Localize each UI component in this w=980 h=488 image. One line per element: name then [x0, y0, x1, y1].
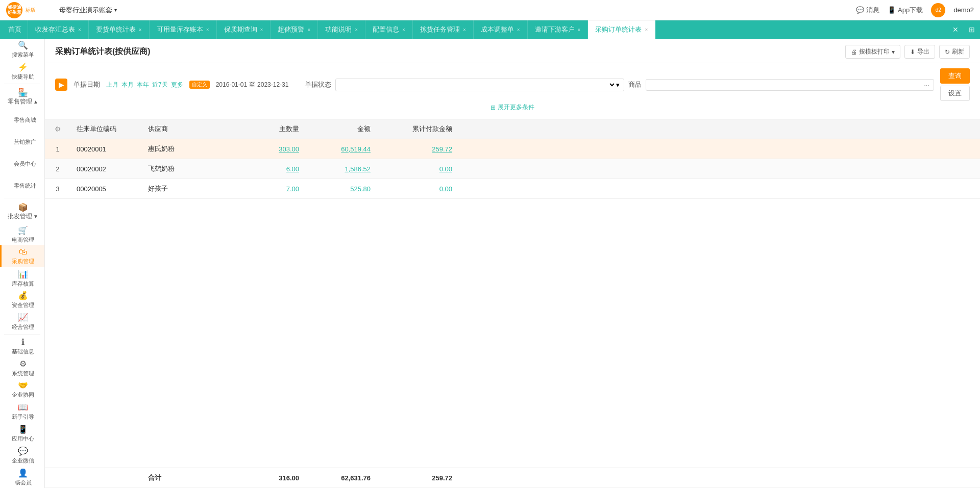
logo-text: 畅捷通好生意	[8, 5, 21, 15]
filter-row-1: ▶ 单据日期 上月 本月 本年 近7天 更多 自定义 2016-01-01 至 …	[55, 68, 970, 101]
close-icon[interactable]: ×	[260, 27, 263, 33]
cell-amount[interactable]: 1,586.52	[305, 159, 377, 179]
table-header: ⚙ 往来单位编码 供应商 主数量 金额 累计付款金额	[45, 119, 980, 139]
shortcut-more[interactable]: 更多	[171, 81, 183, 89]
cell-qty[interactable]: 303.00	[244, 139, 305, 159]
tab-baozhi[interactable]: 保质期查询 ×	[217, 20, 271, 39]
close-icon[interactable]: ×	[578, 27, 581, 33]
content-area: 采购订单统计表(按供应商) 🖨 按模板打印 ▾ ⬇ 导出 ↻ 刷新	[45, 39, 980, 488]
sidebar-item-collab[interactable]: 🤝 企业协同	[0, 379, 44, 401]
page-title: 采购订单统计表(按供应商)	[55, 46, 151, 57]
tab-gongneng[interactable]: 功能说明 ×	[318, 20, 365, 39]
goods-input-wrap[interactable]: ···	[646, 79, 934, 91]
close-icon[interactable]: ×	[307, 27, 310, 33]
chevron-down-icon: ▼	[33, 214, 38, 219]
goods-input[interactable]	[650, 81, 924, 89]
sidebar-item-wechat[interactable]: 💬 企业微信	[0, 444, 44, 466]
sidebar-item-appcenter[interactable]: 📱 应用中心	[0, 423, 44, 445]
tab-label: 可用量库存账本	[157, 25, 203, 34]
summary-row: 合计 316.00 62,631.76 259.72	[45, 468, 980, 488]
shortcut-this-month[interactable]: 本月	[121, 81, 134, 89]
tab-label: 超储预警	[278, 25, 304, 34]
sidebar-item-ecommerce[interactable]: 🛒 电商管理	[0, 224, 44, 246]
status-filter-label: 单据状态	[305, 80, 331, 89]
tab-caigou-active[interactable]: 采购订单统计表 ×	[588, 20, 655, 39]
query-button[interactable]: 查询	[940, 68, 970, 84]
cell-qty[interactable]: 6.00	[244, 159, 305, 179]
close-icon[interactable]: ×	[517, 27, 520, 33]
cell-paid[interactable]: 0.00	[377, 159, 458, 179]
sidebar-item-member[interactable]: 会员中心	[0, 153, 44, 175]
printer-icon: 🖨	[851, 48, 857, 56]
tab-yaoqing[interactable]: 邀请下游客户 ×	[528, 20, 589, 39]
close-icon[interactable]: ×	[463, 27, 466, 33]
sidebar-item-system[interactable]: ⚙ 系统管理	[0, 357, 44, 379]
summary-paid: 259.72	[377, 468, 458, 488]
tab-chaochu[interactable]: 超储预警 ×	[271, 20, 318, 39]
avatar[interactable]: d2	[931, 3, 945, 17]
cell-amount[interactable]: 525.80	[305, 179, 377, 199]
sidebar-item-retail-stats[interactable]: 零售统计	[0, 175, 44, 197]
status-select-wrap: ▾	[335, 79, 624, 91]
cell-qty[interactable]: 7.00	[244, 179, 305, 199]
inventory-icon: 📊	[18, 269, 28, 279]
username: demo2	[953, 6, 974, 14]
print-button[interactable]: 🖨 按模板打印 ▾	[845, 45, 900, 59]
cell-paid[interactable]: 0.00	[377, 179, 458, 199]
sidebar-item-purchase[interactable]: 🛍 采购管理	[0, 245, 44, 267]
message-button[interactable]: 💬 消息	[856, 6, 879, 15]
cell-amount[interactable]: 60,519.44	[305, 139, 377, 159]
tab-home[interactable]: 首页	[2, 20, 28, 39]
purchase-icon: 🛍	[19, 247, 27, 256]
sidebar-item-quicknav[interactable]: ⚡ 快捷导航	[0, 61, 44, 83]
action-buttons: 查询 设置	[940, 68, 970, 101]
tab-kuyongliang[interactable]: 可用量库存账本 ×	[150, 20, 217, 39]
sidebar-item-operations[interactable]: 📈 经营管理	[0, 311, 44, 333]
tab-shoufacun[interactable]: 收发存汇总表 ×	[28, 20, 89, 39]
settings-button[interactable]: 设置	[940, 86, 970, 101]
date-from: 2016-01-01	[216, 81, 247, 88]
expand-more-button[interactable]: ⊞ 展开更多条件	[55, 101, 970, 114]
sidebar-item-retail-mall[interactable]: 零售商城	[0, 109, 44, 131]
sidebar-item-finance[interactable]: 💰 资金管理	[0, 289, 44, 311]
chevron-up-icon: ▲	[33, 99, 38, 105]
logo-area: 畅捷通好生意 标版	[6, 2, 51, 18]
cell-paid[interactable]: 259.72	[377, 139, 458, 159]
sidebar-item-wholesale[interactable]: 📦 批发管理 ▼	[0, 199, 44, 224]
column-settings-icon[interactable]: ⚙	[55, 125, 61, 133]
workspace-selector[interactable]: 母婴行业演示账套 ▾	[59, 6, 117, 15]
cell-seq: 1	[45, 139, 70, 159]
shortcut-7days[interactable]: 近7天	[152, 81, 168, 89]
sidebar-item-guide[interactable]: 📖 新手引导	[0, 401, 44, 423]
app-download-button[interactable]: 📱 App下载	[888, 6, 923, 15]
refresh-button[interactable]: ↻ 刷新	[939, 45, 970, 59]
sidebar-item-basicinfo[interactable]: ℹ 基础信息	[0, 335, 44, 357]
tab-peizhi[interactable]: 配置信息 ×	[365, 20, 413, 39]
tab-chengben[interactable]: 成本调整单 ×	[474, 20, 528, 39]
close-icon[interactable]: ×	[645, 27, 648, 33]
sidebar-item-vip[interactable]: 👤 畅会员	[0, 466, 44, 488]
maximize-tab-button[interactable]: ⊞	[964, 20, 980, 39]
filter-toggle-button[interactable]: ▶	[55, 79, 67, 91]
sidebar-item-search[interactable]: 🔍 搜索菜单	[0, 39, 44, 61]
tab-yaohuo[interactable]: 要货单统计表 ×	[89, 20, 150, 39]
retail-icon: 🏪	[18, 88, 28, 97]
close-icon[interactable]: ×	[206, 27, 209, 33]
sidebar-item-marketing[interactable]: 营销推广	[0, 131, 44, 153]
summary-label: 合计	[142, 468, 244, 488]
status-select[interactable]	[340, 81, 616, 89]
export-button[interactable]: ⬇ 导出	[904, 45, 935, 59]
close-tab-button[interactable]: ✕	[947, 20, 964, 39]
close-icon[interactable]: ×	[402, 27, 405, 33]
tab-jianhuo[interactable]: 拣货任务管理 ×	[413, 20, 474, 39]
sidebar-item-inventory[interactable]: 📊 库存核算	[0, 267, 44, 289]
sidebar-item-retail-mgmt[interactable]: 🏪 零售管理 ▲	[0, 85, 44, 109]
close-icon[interactable]: ×	[139, 27, 142, 33]
export-icon: ⬇	[910, 48, 915, 56]
divider	[4, 334, 40, 335]
shortcut-this-year[interactable]: 本年	[137, 81, 149, 89]
operations-icon: 📈	[18, 313, 28, 322]
close-icon[interactable]: ×	[355, 27, 358, 33]
close-icon[interactable]: ×	[78, 27, 81, 33]
shortcut-last-month[interactable]: 上月	[106, 81, 118, 89]
